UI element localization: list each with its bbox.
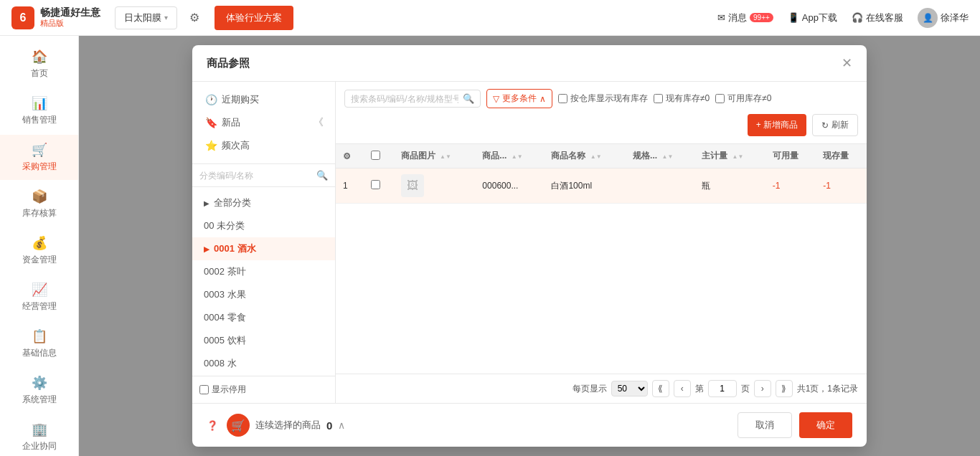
- nonzero-stock-checkbox[interactable]: [654, 94, 663, 103]
- user-profile[interactable]: 👤 徐泽华: [918, 8, 969, 28]
- help-icon[interactable]: ❓: [207, 420, 218, 431]
- warehouse-stock-checkbox[interactable]: [558, 94, 567, 103]
- collapse-cart-icon[interactable]: ∧: [338, 419, 345, 431]
- quick-filter-label: 频次高: [222, 139, 250, 152]
- quick-filter-frequent[interactable]: ⭐ 频次高: [199, 135, 309, 156]
- brand-sub: 精品版: [40, 18, 100, 29]
- search-icon[interactable]: 🔍: [316, 170, 328, 181]
- col-unit[interactable]: 主计量 ▲▼: [694, 144, 765, 168]
- app-download-item[interactable]: 📱 App下载: [788, 11, 837, 24]
- quick-filter-label: 近期购买: [222, 93, 259, 106]
- row-image: 🖼: [394, 168, 476, 204]
- page-size-select[interactable]: 50 100 200: [611, 381, 648, 396]
- prev-page-button[interactable]: ‹: [674, 380, 691, 397]
- more-filter-button[interactable]: ▽ 更多条件 ∧: [486, 89, 552, 108]
- cart-icon[interactable]: 🛒: [227, 414, 250, 437]
- category-0002[interactable]: 0002 茶叶: [192, 260, 335, 283]
- quick-filter-label: 新品: [222, 116, 240, 129]
- sidebar-item-purchase[interactable]: 🛒 采购管理: [0, 135, 78, 180]
- total-info: 共1页，1条记录: [797, 383, 858, 395]
- last-page-button[interactable]: ⟫: [776, 380, 793, 397]
- sidebar-item-label: 销售管理: [22, 114, 57, 126]
- sidebar-item-system[interactable]: ⚙️ 系统管理: [0, 368, 78, 413]
- product-search-box: 🔍: [344, 90, 481, 108]
- category-0003[interactable]: 0003 水果: [192, 283, 335, 306]
- col-name[interactable]: 商品名称 ▲▼: [544, 144, 626, 168]
- nav-selector[interactable]: 日太阳膜 ▾: [115, 6, 177, 29]
- category-all[interactable]: ▶ 全部分类: [192, 191, 335, 214]
- enterprise-icon: 🏢: [32, 422, 47, 437]
- sidebar-item-operation[interactable]: 📈 经营管理: [0, 275, 78, 320]
- category-00[interactable]: 00 未分类: [192, 214, 335, 237]
- select-all-checkbox[interactable]: [371, 151, 380, 160]
- warehouse-stock-filter[interactable]: 按仓库显示现有库存: [558, 92, 648, 105]
- new-icon: 🔖: [205, 117, 217, 128]
- modal-body: 🕐 近期购买 🔖 新品 ⭐ 频次高: [192, 82, 867, 403]
- col-checkbox[interactable]: [364, 144, 394, 168]
- basic-icon: 📋: [32, 328, 47, 344]
- modal-right-panel: 🔍 ▽ 更多条件 ∧ 按仓库显示现有库存: [336, 82, 867, 403]
- table-row[interactable]: 1 🖼 000600... 白酒100ml 瓶: [336, 168, 867, 204]
- modal-overlay: 商品参照 ✕ 🕐 近期购买: [79, 36, 980, 456]
- available-stock-filter[interactable]: 可用库存≠0: [715, 92, 771, 105]
- col-image[interactable]: 商品图片 ▲▼: [394, 144, 476, 168]
- sidebar-item-label: 基础信息: [22, 347, 57, 359]
- row-available: -1: [765, 168, 816, 204]
- sales-icon: 📊: [32, 95, 47, 111]
- clock-icon: 🕐: [205, 94, 217, 105]
- available-stock-checkbox[interactable]: [715, 94, 725, 103]
- first-page-button[interactable]: ⟪: [652, 380, 669, 397]
- page-number-input[interactable]: [708, 380, 737, 397]
- nonzero-stock-filter[interactable]: 现有库存≠0: [654, 92, 710, 105]
- confirm-button[interactable]: 确定: [799, 412, 852, 438]
- quick-filter-new[interactable]: 🔖 新品: [199, 112, 309, 133]
- next-page-button[interactable]: ›: [754, 380, 771, 397]
- collapse-panel-button[interactable]: 《: [309, 112, 328, 133]
- user-name: 徐泽华: [941, 11, 969, 24]
- sidebar-item-inventory[interactable]: 📦 库存核算: [0, 181, 78, 227]
- category-search-input[interactable]: [199, 171, 312, 181]
- sidebar-item-home[interactable]: 🏠 首页: [0, 42, 78, 87]
- sidebar-item-sales[interactable]: 📊 销售管理: [0, 88, 78, 133]
- app-download-label: App下载: [802, 11, 837, 24]
- category-0008[interactable]: 0008 水: [192, 352, 335, 375]
- sidebar-item-finance[interactable]: 💰 资金管理: [0, 228, 78, 273]
- cancel-button[interactable]: 取消: [738, 412, 792, 438]
- show-disabled-label[interactable]: 显示停用: [199, 384, 246, 396]
- triangle-right-icon: ▶: [204, 245, 209, 253]
- home-icon: 🏠: [32, 49, 47, 65]
- show-disabled-checkbox[interactable]: [199, 385, 209, 394]
- category-0001[interactable]: ▶ 0001 酒水: [192, 237, 335, 260]
- sidebar-item-enterprise[interactable]: 🏢 企业协同: [0, 414, 78, 456]
- purchase-icon: 🛒: [32, 142, 47, 158]
- category-0005[interactable]: 0005 饮料: [192, 329, 335, 352]
- sidebar-item-basic[interactable]: 📋 基础信息: [0, 321, 78, 366]
- avatar: 👤: [918, 8, 938, 28]
- refresh-button[interactable]: ↻ 刷新: [812, 114, 858, 136]
- col-settings[interactable]: ⚙: [336, 144, 364, 168]
- modal-title: 商品参照: [207, 57, 250, 70]
- system-icon: ⚙️: [32, 375, 47, 391]
- modal-header: 商品参照 ✕: [192, 45, 867, 82]
- gear-button[interactable]: ⚙: [183, 6, 206, 29]
- search-icon[interactable]: 🔍: [463, 93, 474, 104]
- category-0004[interactable]: 0004 零食: [192, 306, 335, 329]
- online-service-item[interactable]: 🎧 在线客服: [852, 11, 903, 24]
- col-stock[interactable]: 现存量: [816, 144, 867, 168]
- col-code[interactable]: 商品... ▲▼: [475, 144, 544, 168]
- experience-button[interactable]: 体验行业方案: [215, 6, 293, 30]
- messages-nav-item[interactable]: ✉ 消息 99++: [717, 11, 773, 24]
- sidebar-item-label: 采购管理: [22, 161, 57, 173]
- quick-filter-recent[interactable]: 🕐 近期购买: [199, 89, 309, 110]
- category-name: 全部分类: [214, 196, 251, 209]
- refresh-icon: ↻: [821, 120, 829, 130]
- col-spec[interactable]: 规格... ▲▼: [626, 144, 694, 168]
- row-checkbox[interactable]: [364, 168, 394, 204]
- product-search-input[interactable]: [351, 94, 458, 104]
- brand-name: 畅捷通好生意: [40, 6, 100, 19]
- category-name: 0001 酒水: [214, 242, 256, 255]
- category-search: 🔍: [192, 164, 335, 187]
- col-available[interactable]: 可用量: [765, 144, 816, 168]
- add-product-button[interactable]: + 新增商品: [748, 114, 806, 136]
- close-icon[interactable]: ✕: [842, 55, 852, 71]
